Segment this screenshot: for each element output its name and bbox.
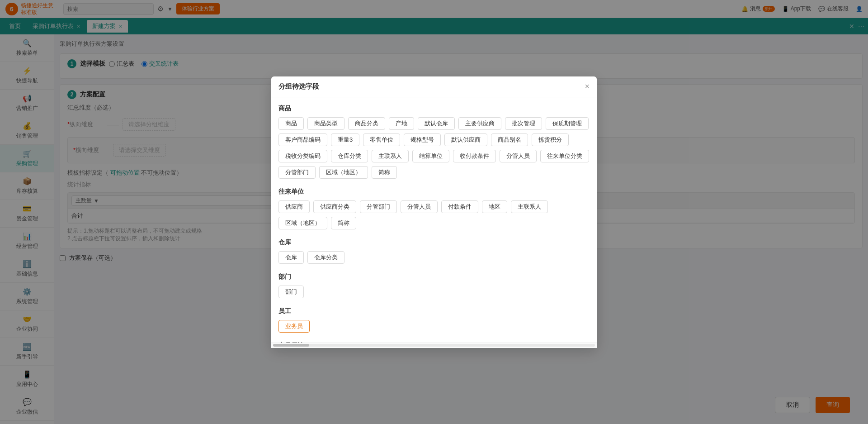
department-field-tags: 部门 bbox=[278, 286, 590, 298]
field-tag-default-supplier[interactable]: 默认供应商 bbox=[444, 133, 487, 146]
field-tag-tax-code[interactable]: 税收分类编码 bbox=[278, 150, 327, 162]
field-tag-main-supplier[interactable]: 主要供应商 bbox=[458, 117, 501, 130]
field-tag-warehouse-category[interactable]: 仓库分类 bbox=[331, 150, 368, 162]
field-tag-spec-model[interactable]: 规格型号 bbox=[404, 133, 441, 146]
hscroll-track bbox=[273, 344, 595, 347]
field-tag-salesperson[interactable]: 业务员 bbox=[278, 320, 310, 333]
employee-field-tags: 业务员 bbox=[278, 320, 590, 333]
modal-body: 商品 商品 商品类型 商品分类 产地 默认仓库 主要供应商 批次管理 保质期管理… bbox=[271, 97, 597, 343]
field-tag-goods[interactable]: 商品 bbox=[278, 117, 304, 130]
section-counterpart-title: 往来单位 bbox=[278, 188, 590, 196]
field-tag-batch-mgmt[interactable]: 批次管理 bbox=[505, 117, 542, 130]
field-tag-person-manage[interactable]: 分管人员 bbox=[401, 200, 438, 213]
field-tag-short-name-goods[interactable]: 简称 bbox=[372, 166, 397, 179]
field-tag-goods-category[interactable]: 商品分类 bbox=[348, 117, 385, 130]
warehouse-field-tags: 仓库 仓库分类 bbox=[278, 251, 590, 264]
field-tag-department[interactable]: 部门 bbox=[278, 286, 304, 298]
field-tag-dept-manage[interactable]: 分管部门 bbox=[360, 200, 397, 213]
section-goods-title: 商品 bbox=[278, 105, 590, 113]
field-tag-pick-points[interactable]: 拣货积分 bbox=[532, 133, 569, 146]
field-tag-region-goods[interactable]: 区域（地区） bbox=[319, 166, 368, 179]
section-warehouse: 仓库 仓库 仓库分类 bbox=[278, 238, 590, 264]
field-tag-pay-terms[interactable]: 付款条件 bbox=[441, 200, 478, 213]
field-selection-modal: 分组待选字段 × 商品 商品 商品类型 商品分类 产地 默认仓库 主要供应商 批… bbox=[271, 76, 597, 348]
field-tag-region-counterpart[interactable]: 区域（地区） bbox=[278, 217, 327, 229]
field-tag-customer-code[interactable]: 客户商品编码 bbox=[278, 133, 327, 146]
field-tag-settlement-unit[interactable]: 结算单位 bbox=[412, 150, 449, 162]
hscroll-thumb bbox=[273, 344, 309, 347]
field-tag-expiry-mgmt[interactable]: 保质期管理 bbox=[546, 117, 589, 130]
modal-backdrop: 分组待选字段 × 商品 商品 商品类型 商品分类 产地 默认仓库 主要供应商 批… bbox=[0, 0, 868, 424]
section-employee: 员工 业务员 bbox=[278, 307, 590, 333]
section-department-title: 部门 bbox=[278, 273, 590, 281]
modal-horizontal-scroll[interactable] bbox=[271, 343, 597, 348]
section-goods: 商品 商品 商品类型 商品分类 产地 默认仓库 主要供应商 批次管理 保质期管理… bbox=[278, 105, 590, 179]
field-tag-default-warehouse[interactable]: 默认仓库 bbox=[418, 117, 455, 130]
field-tag-supervisor[interactable]: 分管人员 bbox=[500, 150, 537, 162]
goods-field-tags: 商品 商品类型 商品分类 产地 默认仓库 主要供应商 批次管理 保质期管理 客户… bbox=[278, 117, 590, 179]
field-tag-main-contact2[interactable]: 主联系人 bbox=[511, 200, 548, 213]
field-tag-main-contact[interactable]: 主联系人 bbox=[372, 150, 409, 162]
field-tag-managing-dept[interactable]: 分管部门 bbox=[278, 166, 316, 179]
section-department: 部门 部门 bbox=[278, 273, 590, 298]
field-tag-origin[interactable]: 产地 bbox=[389, 117, 414, 130]
field-tag-goods-alias[interactable]: 商品别名 bbox=[491, 133, 528, 146]
modal-title: 分组待选字段 bbox=[278, 82, 319, 91]
field-tag-payment-terms[interactable]: 收付款条件 bbox=[453, 150, 496, 162]
field-tag-warehouse-cat[interactable]: 仓库分类 bbox=[307, 251, 344, 264]
counterpart-field-tags: 供应商 供应商分类 分管部门 分管人员 付款条件 地区 主联系人 区域（地区） … bbox=[278, 200, 590, 229]
section-employee-title: 员工 bbox=[278, 307, 590, 315]
field-tag-weight3[interactable]: 重量3 bbox=[331, 133, 359, 146]
field-tag-retail-unit[interactable]: 零售单位 bbox=[363, 133, 400, 146]
field-tag-warehouse[interactable]: 仓库 bbox=[278, 251, 304, 264]
section-counterpart: 往来单位 供应商 供应商分类 分管部门 分管人员 付款条件 地区 主联系人 区域… bbox=[278, 188, 590, 229]
section-warehouse-title: 仓库 bbox=[278, 238, 590, 247]
field-tag-supplier[interactable]: 供应商 bbox=[278, 200, 310, 213]
field-tag-counterpart-category[interactable]: 往来单位分类 bbox=[540, 150, 589, 162]
modal-header: 分组待选字段 × bbox=[271, 76, 597, 97]
field-tag-short-name-counterpart[interactable]: 简称 bbox=[331, 217, 356, 229]
field-tag-goods-type[interactable]: 商品类型 bbox=[307, 117, 344, 130]
modal-close-button[interactable]: × bbox=[585, 82, 590, 91]
field-tag-area[interactable]: 地区 bbox=[482, 200, 507, 213]
field-tag-supplier-category[interactable]: 供应商分类 bbox=[313, 200, 356, 213]
